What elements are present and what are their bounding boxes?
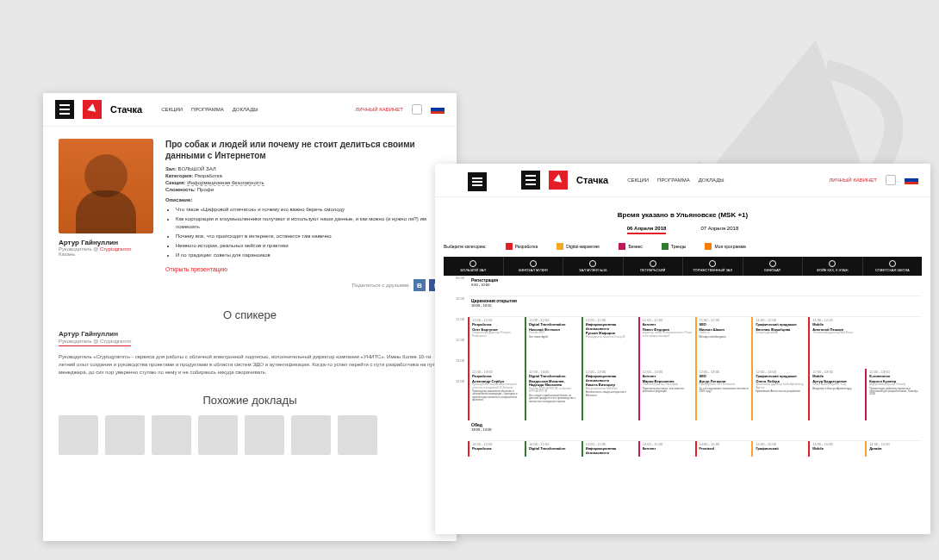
share-label: Поделиться с друзьями: xyxy=(351,283,410,288)
desc-bullet: И по традиции: советы для параноиков xyxy=(176,252,441,259)
similar-thumb[interactable] xyxy=(198,415,238,455)
speaker-page-panel: Стачка СЕКЦИИ ПРОГРАММА ДОКЛАДЫ ЛИЧНЫЙ К… xyxy=(43,93,457,541)
account-link[interactable]: ЛИЧНЫЙ КАБИНЕТ xyxy=(355,107,403,112)
category-item[interactable]: Бизнес xyxy=(619,243,642,250)
talk-desc-label: Описание: xyxy=(165,197,192,202)
date-tabs: 06 Апреля 2018 07 Апреля 2018 xyxy=(444,226,922,234)
category-item[interactable]: Digital-маркетинг xyxy=(557,243,600,250)
schedule-slot[interactable]: 14:00 - 15:00Информационная безопасность xyxy=(581,441,638,457)
desc-bullet: Почему все, что происходит в интернете, … xyxy=(176,233,441,240)
about-heading: О спикере xyxy=(59,308,441,321)
similar-thumbs xyxy=(59,415,441,455)
schedule-slot[interactable]: 11:00 - 12:00КонтентПавел Федоровредакто… xyxy=(638,317,695,369)
schedule-slot[interactable]: 14:00 - 15:00Дизайн xyxy=(865,441,922,457)
schedule-slot[interactable]: 11:00 - 12:00РазработкаОлег БартуновГене… xyxy=(468,317,525,369)
schedule-slot[interactable]: 11:00 - 12:00MobileАнатолий ПешковТехнич… xyxy=(808,317,865,369)
schedule-slot[interactable]: 12:00 - 13:00КонтентМария ВершининаГлавн… xyxy=(638,369,695,420)
brand[interactable]: Стачка xyxy=(110,104,142,115)
schedule-slot[interactable]: 12:00 - 13:00E-commerceКирилл КушнерВнут… xyxy=(865,369,922,420)
extra-menu-icon[interactable] xyxy=(468,172,487,191)
room-header[interactable]: КИНОБАР xyxy=(743,257,804,276)
date-tab-2[interactable]: 07 Апреля 2018 xyxy=(700,226,738,234)
room-header[interactable]: ЗАЛ МУЗЕЯ №16 xyxy=(563,257,624,276)
similar-thumb[interactable] xyxy=(245,415,284,455)
schedule-slot[interactable]: 12:00 - 13:00SEOАртур ЛатыповРуководител… xyxy=(695,369,752,420)
room-header[interactable]: БОЛЬШОЙ ЗАЛ xyxy=(444,257,504,276)
cart-icon[interactable] xyxy=(412,104,422,115)
schedule-slot[interactable]: 14:00 - 15:00Разработка xyxy=(468,441,525,457)
share-row: Поделиться с друзьями: B f xyxy=(59,279,441,291)
room-header[interactable]: КИНОЗАЛ МУЗЕЯ xyxy=(504,257,564,276)
cart-icon[interactable] xyxy=(886,175,896,185)
logo-icon[interactable] xyxy=(83,100,102,119)
speaker-name[interactable]: Артур Гайнуллин xyxy=(59,239,153,246)
open-presentation-link[interactable]: Открыть презентацию xyxy=(165,266,227,272)
speaker-city: Казань xyxy=(59,252,153,257)
similar-thumb[interactable] xyxy=(338,415,377,455)
account-link[interactable]: ЛИЧНЫЙ КАБИНЕТ xyxy=(829,177,877,183)
schedule-row-14: 14:00 - 15:00Разработка14:00 - 15:00Digi… xyxy=(468,441,922,457)
category-item[interactable]: Тренды xyxy=(662,243,687,250)
flag-icon[interactable] xyxy=(905,176,918,184)
room-header[interactable]: ТОРЖЕСТВЕННЫЙ ЗАЛ xyxy=(683,257,743,276)
schedule-slot[interactable]: 11:00 - 12:00Digital TransformationНикол… xyxy=(525,317,581,369)
schedule-slot[interactable]: 12:00 - 13:00MobileАртур БадретдиновSeni… xyxy=(808,369,865,420)
room-header[interactable]: СОВЕТСКАЯ ШКОЛА xyxy=(863,257,923,276)
vk-icon[interactable]: B xyxy=(414,279,426,291)
schedule-panel: Стачка СЕКЦИИ ПРОГРАММА ДОКЛАДЫ ЛИЧНЫЙ К… xyxy=(435,164,930,534)
schedule-slot[interactable]: 14:00 - 15:00Frontend xyxy=(695,441,752,457)
talk-level: Профи xyxy=(197,187,214,192)
schedule-row-11: 11:00 - 12:00РазработкаОлег БартуновГене… xyxy=(468,317,922,369)
similar-thumb[interactable] xyxy=(59,415,98,455)
nav-program[interactable]: ПРОГРАММА xyxy=(657,177,690,183)
menu-icon[interactable] xyxy=(55,100,74,119)
menu-icon[interactable] xyxy=(521,171,540,190)
brand[interactable]: Стачка xyxy=(576,175,608,185)
similar-thumb[interactable] xyxy=(105,415,145,455)
nav-program[interactable]: ПРОГРАММА xyxy=(191,107,224,112)
schedule-slot[interactable]: 12:00 - 13:00Информационная безопасность… xyxy=(581,369,638,420)
talk-category: Разработка xyxy=(195,173,222,178)
category-item[interactable]: Разработка xyxy=(506,243,538,250)
talk-hall: БОЛЬШОЙ ЗАЛ xyxy=(178,166,216,171)
talk-desc-list: Что такое «Цифровой отпечаток» и почему … xyxy=(176,206,441,259)
nav: СЕКЦИИ ПРОГРАММА ДОКЛАДЫ xyxy=(161,107,258,112)
flag-icon[interactable] xyxy=(431,105,445,114)
schedule-slot[interactable]: 11:00 - 12:00Информационная безопасность… xyxy=(581,317,638,369)
schedule-slot[interactable]: 14:00 - 15:00Digital Transformation xyxy=(525,441,581,457)
desc-bullet: Немного истории, реальных кейсов и практ… xyxy=(176,242,441,250)
similar-thumb[interactable] xyxy=(291,415,331,455)
header: Стачка СЕКЦИИ ПРОГРАММА ДОКЛАДЫ ЛИЧНЫЙ К… xyxy=(43,93,457,127)
nav-sections[interactable]: СЕКЦИИ xyxy=(161,107,183,112)
nav-sections[interactable]: СЕКЦИИ xyxy=(627,177,649,183)
schedule-slot[interactable]: 14:00 - 15:00Контент xyxy=(638,441,695,457)
desc-bullet: Что такое «Цифровой отпечаток» и почему … xyxy=(176,206,441,214)
schedule-slot[interactable]: 12:00 - 13:00РазработкаАлександр СербулР… xyxy=(468,369,525,420)
speaker-company-link[interactable]: Cryptogramm xyxy=(100,246,131,252)
nav-talks[interactable]: ДОКЛАДЫ xyxy=(699,177,724,183)
logo-icon[interactable] xyxy=(549,171,568,190)
about-role[interactable]: Руководитель @ Cryptogramm xyxy=(59,339,131,346)
room-header[interactable]: ОКТЯБРЬСКИЙ xyxy=(624,257,684,276)
schedule-slot[interactable]: 11:00 - 12:00SEOМихаил Шакинshakin.ruМет… xyxy=(695,317,752,369)
lunch-row: Обед13:00 - 14:00 xyxy=(468,420,922,441)
category-item[interactable]: Моя программа xyxy=(705,243,745,250)
schedule-slot[interactable]: 11:00 - 12:00Графический продакшнЕвгения… xyxy=(751,317,808,369)
nav-talks[interactable]: ДОКЛАДЫ xyxy=(233,107,258,112)
desc-bullet: Как корпорации и злоумышленники получают… xyxy=(176,215,441,231)
header: Стачка СЕКЦИИ ПРОГРАММА ДОКЛАДЫ ЛИЧНЫЙ К… xyxy=(435,164,930,197)
talk-section[interactable]: Информационная безопасность xyxy=(187,180,264,186)
schedule-slot[interactable]: 14:00 - 15:00Mobile xyxy=(808,441,865,457)
category-filter: Выберите категорию: РазработкаDigital-ма… xyxy=(444,243,922,250)
similar-thumb[interactable] xyxy=(152,415,191,455)
room-header[interactable]: ФОЙЕ ККЗ, 3 ЭТАЖ xyxy=(803,257,863,276)
registration-row: Регистрация9:00 - 10:00 xyxy=(468,276,922,296)
schedule-slot[interactable] xyxy=(865,317,922,369)
date-tab-1[interactable]: 06 Апреля 2018 xyxy=(627,226,667,234)
schedule-slot[interactable]: 14:00 - 15:00Графический xyxy=(751,441,808,457)
time-column: 09 0010 0011 0012 0013 0014 00 xyxy=(444,276,468,457)
talk-title: Про собак и людей или почему не стоит де… xyxy=(165,139,441,161)
schedule-slot[interactable]: 12:00 - 13:00Графический продакшнОльга Л… xyxy=(751,369,808,420)
schedule-slot[interactable]: 12:00 - 13:00Digital TransformationВлади… xyxy=(525,369,581,420)
similar-heading: Похожие доклады xyxy=(59,394,441,407)
